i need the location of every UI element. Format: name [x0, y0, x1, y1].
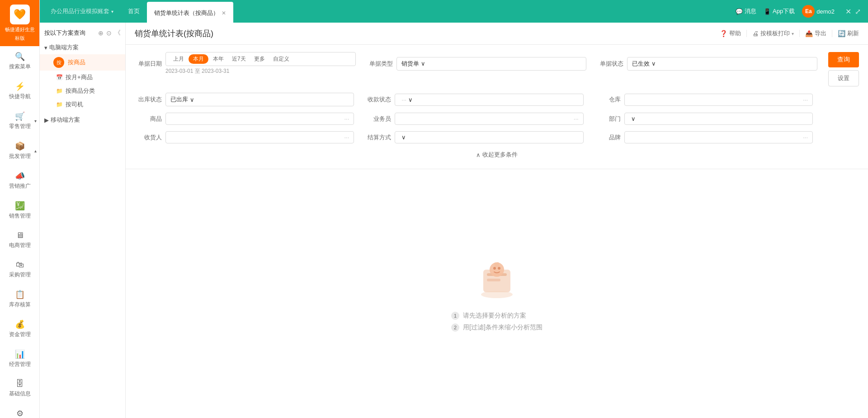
maximize-window-icon[interactable]: ⤢ — [855, 7, 861, 16]
collapse-filters-button[interactable]: ∧ 收起更多条件 — [135, 148, 859, 162]
tab-close-icon[interactable]: ✕ — [222, 10, 226, 16]
purchase-icon: 🛍 — [16, 260, 24, 270]
stock-status-select[interactable]: 已出库 ∨ — [165, 93, 354, 106]
page-title: 销货单统计表(按商品) — [135, 28, 213, 39]
system-icon: ⚙ — [16, 408, 24, 418]
doc-type-control: 销货单 ∨ — [396, 57, 587, 71]
tree-item-by-goods[interactable]: 按 按商品 — [40, 54, 125, 71]
by-driver-label: 按司机 — [66, 100, 83, 109]
payment-status-cell: 收款状态 ··· ∨ — [364, 93, 589, 106]
brand-select[interactable]: ··· — [624, 131, 813, 143]
salesman-more-icon: ··· — [574, 115, 579, 122]
print-button[interactable]: 🖨 按模板打印 ▾ — [752, 29, 794, 38]
account-switcher[interactable]: 办公用品行业模拟账套 ▾ — [47, 7, 117, 15]
shortcut-more[interactable]: 更多 — [250, 54, 269, 64]
warehouse-select[interactable]: ··· — [624, 94, 813, 106]
svg-rect-7 — [494, 262, 500, 267]
shortcut-7days[interactable]: 近7天 — [228, 54, 250, 64]
marketing-icon: 📣 — [15, 171, 25, 181]
shortcut-custom[interactable]: 自定义 — [269, 54, 293, 64]
add-scheme-icon[interactable]: ⊕ — [98, 29, 104, 37]
tree-section-desktop[interactable]: ▾ 电脑端方案 — [40, 41, 125, 54]
payment-status-label: 收款状态 — [364, 95, 395, 104]
collapse-panel-icon[interactable]: 《 — [114, 29, 121, 37]
query-button[interactable]: 查询 — [828, 52, 859, 67]
payment-more-icon: ··· — [401, 96, 406, 103]
brand-cell: 品牌 ··· — [594, 131, 818, 143]
svg-rect-3 — [487, 279, 500, 281]
divider-2 — [799, 30, 800, 37]
sidebar-item-search[interactable]: 🔍 搜索菜单 — [0, 46, 39, 76]
filter-row-3: 商品 ··· 业务员 ··· — [135, 113, 859, 125]
left-panel-header: 按以下方案查询 ⊕ ⊙ 《 — [40, 27, 125, 41]
tree-section-mobile[interactable]: ▶ 移动端方案 — [40, 113, 125, 127]
salesman-select[interactable]: ··· — [395, 113, 583, 125]
shortcut-last-month[interactable]: 上月 — [170, 54, 188, 64]
sidebar-item-wholesale[interactable]: 📦 批发管理 ▴ — [0, 136, 39, 166]
salesman-cell: 业务员 ··· — [364, 113, 589, 125]
settings-button[interactable]: 设置 — [828, 70, 859, 86]
doc-status-select[interactable]: 已生效 ∨ — [627, 57, 817, 71]
sidebar-item-inventory[interactable]: 📋 库存核算 — [0, 284, 39, 314]
sidebar-item-marketing[interactable]: 📣 营销推广 — [0, 166, 39, 195]
sidebar-item-quick[interactable]: ⚡ 快捷导航 — [0, 76, 39, 106]
month-goods-icon: 📅 — [56, 74, 63, 81]
payment-status-select[interactable]: ··· ∨ — [395, 94, 583, 106]
goods-select[interactable]: ··· — [165, 113, 354, 125]
dept-select[interactable]: ∨ — [624, 113, 813, 125]
user-avatar: Ea — [802, 5, 815, 18]
sales-icon: 💹 — [15, 201, 25, 211]
payment-status-control: ··· ∨ — [395, 94, 583, 106]
sidebar-item-operations[interactable]: 📊 经营管理 — [0, 344, 39, 374]
goods-cell: 商品 ··· — [135, 113, 359, 125]
sidebar-item-purchase[interactable]: 🛍 采购管理 — [0, 255, 39, 284]
sidebar-item-finance[interactable]: 💰 资金管理 — [0, 314, 39, 344]
sidebar-nav: 🔍 搜索菜单 ⚡ 快捷导航 🛒 零售管理 ▾ 📦 批发管理 ▴ 📣 营销推广 💹… — [0, 46, 39, 418]
user-profile[interactable]: Ea demo2 — [802, 5, 835, 18]
tree-item-by-driver[interactable]: 📁 按司机 — [40, 98, 125, 111]
warehouse-label: 仓库 — [594, 95, 624, 104]
tab-home[interactable]: 首页 — [121, 0, 147, 23]
consignee-more-icon: ··· — [344, 134, 349, 141]
message-label: 消息 — [745, 7, 756, 15]
finance-icon: 💰 — [15, 319, 25, 329]
app-download-button[interactable]: 📱 App下载 — [764, 7, 795, 15]
tree-item-by-category[interactable]: 📁 按商品分类 — [40, 84, 125, 98]
filter-row-2: 出库状态 已出库 ∨ 收款状态 — [135, 93, 859, 106]
shortcut-this-year[interactable]: 本年 — [209, 54, 227, 64]
help-button[interactable]: ❓ 帮助 — [720, 29, 741, 38]
desktop-section-label: 电脑端方案 — [49, 43, 79, 52]
settlement-select[interactable]: ∨ — [395, 131, 583, 143]
export-button[interactable]: 📤 导出 — [805, 29, 826, 38]
sidebar-item-basic[interactable]: 🗄 基础信息 — [0, 374, 39, 403]
message-button[interactable]: 💬 消息 — [736, 7, 756, 15]
print-label: 按模板打印 — [760, 29, 790, 38]
sidebar-item-sales[interactable]: 💹 销售管理 — [0, 195, 39, 225]
sidebar-item-ecommerce[interactable]: 🖥 电商管理 — [0, 225, 39, 255]
tree-item-by-month-goods[interactable]: 📅 按月+商品 — [40, 71, 125, 84]
settlement-dropdown-icon: ∨ — [401, 134, 406, 141]
panel-title: 按以下方案查询 — [44, 29, 85, 37]
tab-sales-stats[interactable]: 销货单统计表（按商品） ✕ — [147, 2, 233, 24]
right-panel: 销货单统计表(按商品) ❓ 帮助 🖨 按模板打印 ▾ 📤 — [126, 23, 868, 418]
doc-status-dropdown-icon: ∨ — [651, 60, 656, 67]
export-label: 导出 — [815, 29, 826, 38]
close-window-icon[interactable]: ✕ — [845, 7, 851, 16]
sidebar-item-retail[interactable]: 🛒 零售管理 ▾ — [0, 106, 39, 136]
logo[interactable]: 🧡 畅捷通好生意 标版 — [0, 0, 39, 46]
by-month-goods-label: 按月+商品 — [66, 73, 93, 81]
payment-dropdown-icon: ∨ — [408, 96, 413, 103]
active-tab-label: 销货单统计表（按商品） — [154, 9, 219, 17]
svg-point-6 — [498, 267, 500, 270]
shortcut-this-month[interactable]: 本月 — [189, 54, 208, 64]
settings-scheme-icon[interactable]: ⊙ — [106, 29, 112, 37]
sidebar-item-system[interactable]: ⚙ 系统管理 — [0, 403, 39, 418]
refresh-button[interactable]: 🔄 刷新 — [838, 29, 859, 38]
mobile-section-label: 移动端方案 — [51, 116, 80, 124]
doc-type-select[interactable]: 销货单 ∨ — [396, 57, 587, 71]
retail-expand-icon: ▾ — [34, 119, 37, 124]
stock-status-label: 出库状态 — [135, 95, 165, 104]
collapse-up-icon: ∧ — [476, 152, 481, 158]
consignee-select[interactable]: ··· — [165, 131, 354, 143]
divider-3 — [832, 30, 832, 37]
